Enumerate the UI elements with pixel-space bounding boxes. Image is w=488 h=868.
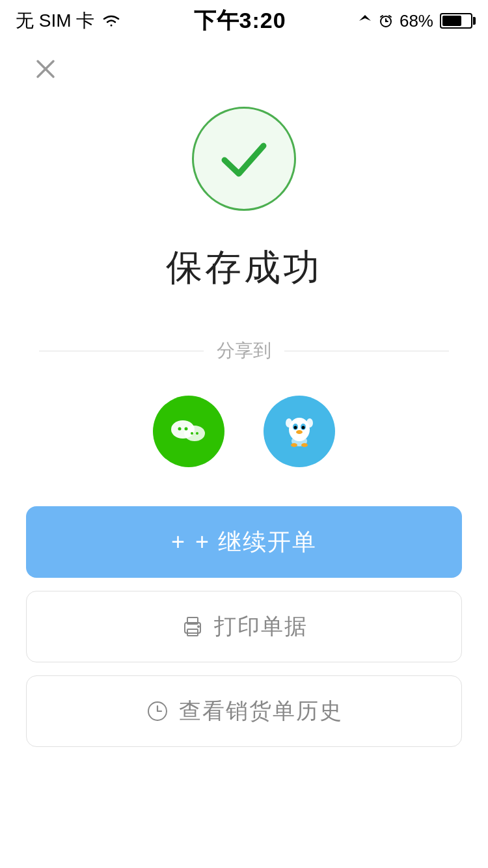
svg-point-8 <box>196 432 198 435</box>
svg-point-14 <box>296 430 303 434</box>
divider-left <box>39 351 204 351</box>
battery-icon <box>440 13 472 29</box>
continue-order-button[interactable]: + + 继续开单 <box>26 506 462 578</box>
qq-icon <box>277 409 322 454</box>
svg-point-18 <box>286 418 292 427</box>
status-bar: 无 SIM 卡 下午3:20 68% <box>0 0 488 42</box>
alarm-icon <box>379 14 393 28</box>
main-content: 保存成功 分享到 <box>0 42 488 747</box>
success-title: 保存成功 <box>166 243 322 293</box>
svg-point-5 <box>178 427 182 431</box>
divider-right <box>284 351 449 351</box>
svg-point-16 <box>291 443 297 447</box>
wifi-icon <box>101 14 122 28</box>
action-buttons: + + 继续开单 打印单据 查看销货单历史 <box>0 506 488 747</box>
plus-icon: + <box>171 528 186 556</box>
share-divider: 分享到 <box>0 338 488 363</box>
location-icon <box>358 14 372 28</box>
qq-share-button[interactable] <box>264 396 335 467</box>
wechat-icon <box>166 409 211 454</box>
continue-order-label: + 继续开单 <box>195 526 317 558</box>
print-label: 打印单据 <box>214 612 308 642</box>
printer-icon <box>180 614 205 639</box>
wechat-share-button[interactable] <box>153 396 224 467</box>
clock-icon <box>145 699 170 724</box>
close-icon <box>34 57 57 81</box>
share-icons-row <box>153 396 335 467</box>
status-left: 无 SIM 卡 <box>16 8 122 33</box>
svg-point-19 <box>306 418 313 427</box>
svg-point-13 <box>302 426 305 429</box>
share-label: 分享到 <box>217 338 271 363</box>
checkmark-icon <box>215 129 273 188</box>
print-button[interactable]: 打印单据 <box>26 591 462 662</box>
share-section: 分享到 <box>0 338 488 467</box>
status-right: 68% <box>358 11 472 31</box>
svg-point-7 <box>191 432 193 435</box>
battery-label: 68% <box>400 11 433 31</box>
svg-point-17 <box>301 443 308 447</box>
svg-point-11 <box>294 426 297 429</box>
svg-point-6 <box>185 427 188 431</box>
close-button[interactable] <box>29 52 62 86</box>
history-button[interactable]: 查看销货单历史 <box>26 675 462 747</box>
history-label: 查看销货单历史 <box>179 696 343 726</box>
no-sim-label: 无 SIM 卡 <box>16 8 94 33</box>
svg-point-23 <box>197 625 200 628</box>
success-circle <box>192 107 296 211</box>
status-time: 下午3:20 <box>194 6 286 36</box>
